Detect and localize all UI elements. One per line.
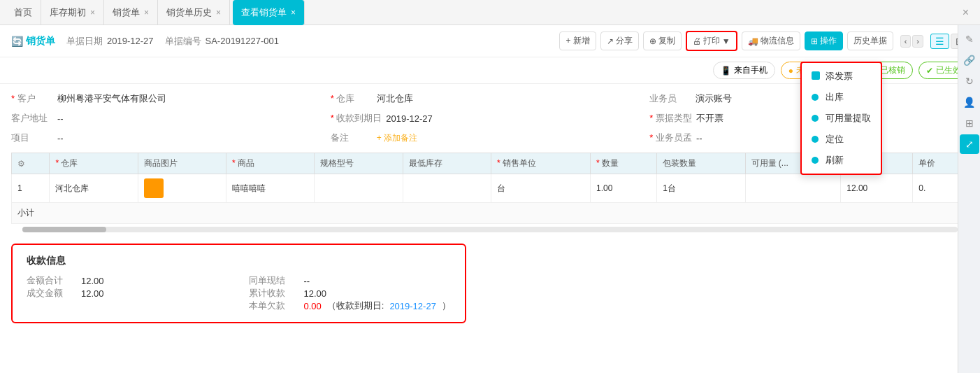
refresh-item[interactable]: 刷新 xyxy=(802,150,881,171)
locate-icon xyxy=(812,134,821,144)
warehouse-field: 仓库 河北仓库 xyxy=(331,92,650,105)
col-gear: ⚙ xyxy=(12,153,50,174)
row-warehouse: 河北仓库 xyxy=(50,174,138,203)
same-order-row: 同单现结 -- xyxy=(249,274,450,287)
close-view-sales[interactable]: × xyxy=(291,8,296,17)
row-available xyxy=(745,174,841,203)
col-min-stock: 最低库存 xyxy=(403,153,491,174)
col-package-qty: 包装数量 xyxy=(657,153,745,174)
list-view-button[interactable]: ☰ xyxy=(930,34,949,49)
sidebar-expand-icon[interactable]: ⤢ xyxy=(960,134,979,154)
toolbar: + 新增 ↗ 分享 ⊕ 复制 🖨 打印 ▼ 🚚 物流信息 ⊞ 操作 xyxy=(559,31,969,51)
col-product-img: 商品图片 xyxy=(138,153,226,174)
doc-title: 🔄 销货单 xyxy=(11,35,55,48)
sidebar-copy-icon[interactable]: ⊞ xyxy=(960,113,979,133)
logistics-button[interactable]: 🚚 物流信息 xyxy=(742,31,800,50)
payment-info-left: 金额合计 12.00 成交金额 12.00 xyxy=(27,274,228,312)
tab-bar: 首页 库存期初 × 销货单 × 销货单历史 × 查看销货单 × × xyxy=(0,0,980,25)
doc-meta: 单据日期 2019-12-27 单据编号 SA-20191227-001 xyxy=(66,35,559,48)
prev-button[interactable]: ‹ xyxy=(900,35,911,48)
print-button[interactable]: 🖨 打印 ▼ xyxy=(686,31,737,51)
warehouse-value: 河北仓库 xyxy=(377,92,413,105)
same-order-value: -- xyxy=(303,276,310,286)
ticket-type-label: 票据类型 xyxy=(649,112,692,125)
close-sales-history[interactable]: × xyxy=(216,8,221,17)
address-label: 客户地址 xyxy=(11,112,53,125)
print-dropdown-icon: ▼ xyxy=(722,36,730,46)
outbound-item[interactable]: 出库 xyxy=(802,87,881,108)
customer-field: 客户 柳州粤港平安气体有限公司 xyxy=(11,92,331,105)
operations-dropdown: 添发票 出库 可用量提取 定位 刷新 xyxy=(800,62,882,175)
row-product: 嘻嘻嘻嘻 xyxy=(226,174,315,203)
row-num: 1 xyxy=(12,174,50,203)
add-note-button[interactable]: + 添加备注 xyxy=(377,132,417,144)
table-row: 1 河北仓库 嘻嘻嘻嘻 台 1.00 1台 12.00 0. xyxy=(12,174,969,203)
share-icon: ↗ xyxy=(607,36,614,46)
warehouse-label: 仓库 xyxy=(331,92,373,105)
tab-view-sales[interactable]: 查看销货单 × xyxy=(233,0,305,25)
from-phone-button[interactable]: 📱 来自手机 xyxy=(713,62,775,79)
row-min-stock xyxy=(403,174,491,203)
copy-button[interactable]: ⊕ 复制 xyxy=(643,31,682,50)
customer-label: 客户 xyxy=(11,92,53,105)
overdue-label: 本单欠款 xyxy=(249,300,298,312)
add-invoice-item[interactable]: 添发票 xyxy=(802,66,881,87)
table-scrollbar[interactable] xyxy=(22,227,958,232)
col-spec: 规格型号 xyxy=(315,153,403,174)
overdue-end: ） xyxy=(442,300,451,312)
sidebar-user-icon[interactable]: 👤 xyxy=(960,92,979,112)
row-package-qty: 1台 xyxy=(657,174,745,203)
available-qty-item[interactable]: 可用量提取 xyxy=(802,108,881,129)
ticket-type-value: 不开票 xyxy=(696,112,723,125)
payment-info-box: 收款信息 金额合计 12.00 成交金额 12.00 同单现结 -- 累计收款 xyxy=(11,244,466,323)
project-label: 项目 xyxy=(11,132,53,144)
note-label: 备注 xyxy=(331,132,373,144)
subtotal-label: 小计 xyxy=(12,203,969,224)
salesman-label: 业务员孟 xyxy=(649,132,692,144)
available-qty-icon xyxy=(812,113,821,123)
phone-icon: 📱 xyxy=(721,66,731,76)
salesman-value: -- xyxy=(696,133,702,143)
effective-icon: ✔ xyxy=(926,66,933,76)
subtotal-row: 小计 xyxy=(12,203,969,224)
staff-value: 演示账号 xyxy=(696,92,732,105)
outbound-icon xyxy=(812,92,821,102)
scrollbar-thumb xyxy=(22,227,106,232)
share-button[interactable]: ↗ 分享 xyxy=(600,31,639,50)
sidebar-refresh-icon[interactable]: ↻ xyxy=(960,71,979,91)
due-date-label: 收款到期日 xyxy=(331,112,382,125)
overdue-date: 2019-12-27 xyxy=(389,301,436,311)
col-warehouse: 仓库 xyxy=(50,153,138,174)
main-close-button[interactable]: × xyxy=(957,6,974,19)
total-amount-label: 金额合计 xyxy=(27,274,75,287)
deal-amount-label: 成交金额 xyxy=(27,287,75,300)
gear-icon: ⚙ xyxy=(17,159,25,169)
overdue-row: 本单欠款 0.00 （收款到期日: 2019-12-27 ） xyxy=(249,300,450,312)
tab-sales-history[interactable]: 销货单历史 × xyxy=(158,0,230,25)
due-date-field: 收款到期日 2019-12-27 xyxy=(331,112,650,125)
history-button[interactable]: 历史单据 xyxy=(847,31,893,50)
payment-info-grid: 金额合计 12.00 成交金额 12.00 同单现结 -- 累计收款 12.00 xyxy=(27,274,451,312)
address-field: 客户地址 -- xyxy=(11,112,331,125)
address-value: -- xyxy=(57,113,64,124)
sidebar-edit-icon[interactable]: ✎ xyxy=(960,29,979,49)
operations-button[interactable]: ⊞ 操作 xyxy=(805,31,843,50)
new-button[interactable]: + 新增 xyxy=(559,31,596,50)
nav-arrows: ‹ › xyxy=(900,35,923,48)
project-field: 项目 -- xyxy=(11,132,331,144)
locate-item[interactable]: 定位 xyxy=(802,129,881,150)
close-inventory-init[interactable]: × xyxy=(90,8,95,17)
tab-inventory-init[interactable]: 库存期初 × xyxy=(41,0,104,25)
cumulative-value: 12.00 xyxy=(303,288,326,299)
doc-header: 🔄 销货单 单据日期 2019-12-27 单据编号 SA-20191227-0… xyxy=(0,25,980,57)
tab-sales-order[interactable]: 销货单 × xyxy=(104,0,158,25)
row-product-img xyxy=(138,174,226,203)
product-image xyxy=(144,178,164,198)
sidebar-link-icon[interactable]: 🔗 xyxy=(960,50,979,70)
close-sales-order[interactable]: × xyxy=(144,8,149,17)
tab-home[interactable]: 首页 xyxy=(6,0,41,25)
due-date-value: 2019-12-27 xyxy=(386,113,433,124)
right-sidebar: ✎ 🔗 ↻ 👤 ⊞ ⤢ xyxy=(958,25,980,373)
next-button[interactable]: › xyxy=(912,35,923,48)
payment-info-title: 收款信息 xyxy=(27,255,451,267)
